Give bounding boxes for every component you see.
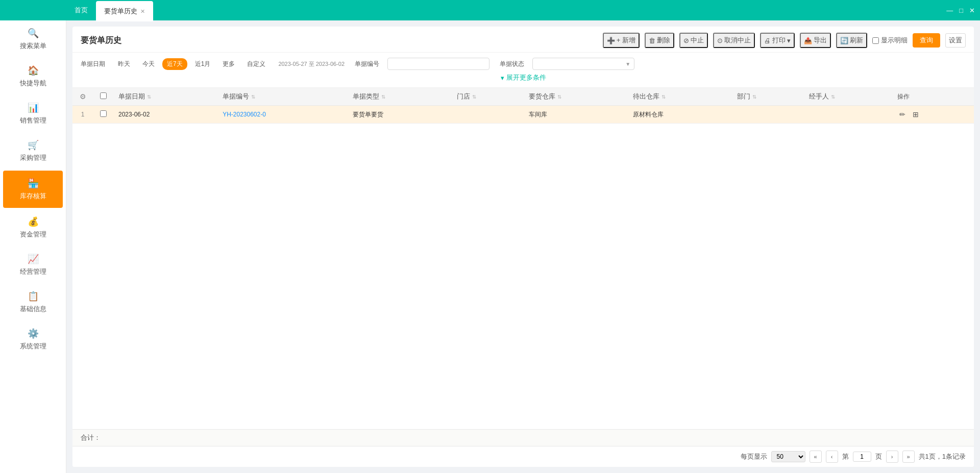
sidebar-item-nav-label: 快捷导航 (20, 79, 46, 88)
status-select-wrapper (532, 58, 634, 70)
td-action: ✏ ⊞ (892, 106, 974, 124)
date-range-text: 2023-05-27 至 2023-06-02 (278, 60, 345, 68)
close-btn[interactable]: ✕ (969, 7, 975, 14)
settings-button[interactable]: 设置 (945, 33, 966, 48)
main-layout: 🔍 搜索菜单 🏠 快捷导航 📊 销售管理 🛒 采购管理 🏪 库存核算 💰 资金管… (0, 20, 980, 473)
sidebar-item-inventory[interactable]: 🏪 库存核算 (3, 171, 63, 208)
date-filter-section: 单据日期 昨天 今天 近7天 近1月 更多 自定义 2023-05-27 至 2… (81, 58, 345, 70)
row-checkbox[interactable] (100, 110, 107, 117)
td-pendingwarehouse: 原材料仓库 (628, 106, 732, 124)
status-select[interactable] (532, 58, 634, 70)
sidebar-item-basicinfo[interactable]: 📋 基础信息 (0, 283, 66, 321)
sidebar-item-system[interactable]: ⚙️ 系统管理 (0, 321, 66, 358)
status-filter-section: 单据状态 (500, 58, 634, 70)
table-settings-icon[interactable]: ⚙ (80, 92, 86, 101)
tab-yaohuodan[interactable]: 要货单历史 ✕ (96, 1, 153, 21)
show-detail-checkbox[interactable] (872, 37, 879, 44)
sidebar-item-nav[interactable]: 🏠 快捷导航 (0, 58, 66, 95)
sidebar-item-sales[interactable]: 📊 销售管理 (0, 95, 66, 132)
sort-doctype-icon[interactable]: ⇅ (381, 94, 385, 100)
page-text: 第 (842, 452, 849, 461)
date-btn-yesterday[interactable]: 昨天 (113, 58, 135, 70)
action-buttons: ✏ ⊞ (897, 109, 969, 120)
sidebar-item-search-label: 搜索菜单 (20, 41, 46, 51)
td-doctype: 要货单要货 (348, 106, 452, 124)
sort-reqwarehouse-icon[interactable]: ⇅ (557, 94, 561, 100)
table-footer: 合计： (72, 429, 974, 446)
tab-home[interactable]: 首页 (66, 0, 96, 20)
refresh-button[interactable]: 🔄 刷新 (836, 33, 867, 48)
th-settings: ⚙ (72, 88, 93, 106)
date-btn-today[interactable]: 今天 (138, 58, 159, 70)
th-reqwarehouse: 要货仓库⇅ (524, 88, 628, 106)
sort-store-icon[interactable]: ⇅ (472, 94, 476, 100)
sidebar-item-finance[interactable]: 💰 资金管理 (0, 209, 66, 246)
sidebar-item-purchase-label: 采购管理 (20, 153, 46, 162)
td-dept (732, 106, 804, 124)
sort-pendingwarehouse-icon[interactable]: ⇅ (662, 94, 666, 100)
edit-icon[interactable]: ✏ (897, 109, 908, 120)
td-handler (804, 106, 892, 124)
page-unit: 页 (875, 452, 882, 461)
table-header-row: ⚙ 单据日期⇅ 单据编号⇅ 单 (72, 88, 974, 106)
first-page-btn[interactable]: « (810, 451, 822, 463)
sidebar-item-purchase[interactable]: 🛒 采购管理 (0, 132, 66, 170)
table-row: 1 2023-06-02 YH-20230602-0 要货单要货 车间库 原材料… (72, 106, 974, 124)
expand-more-row: ▾ 展开更多条件 (81, 73, 966, 82)
top-bar: 首页 要货单历史 ✕ — □ ✕ (0, 0, 980, 20)
next-page-btn[interactable]: › (886, 451, 898, 463)
basicinfo-icon: 📋 (28, 291, 39, 302)
stop-icon: ⊘ (683, 37, 689, 44)
page-title: 要货单历史 (81, 35, 121, 46)
filter-dates: 昨天 今天 近7天 近1月 更多 自定义 (113, 58, 270, 70)
td-store (452, 106, 524, 124)
minimize-btn[interactable]: — (946, 7, 953, 14)
date-btn-custom[interactable]: 自定义 (242, 58, 270, 70)
date-btn-1month[interactable]: 近1月 (190, 58, 215, 70)
filter-area: 单据日期 昨天 今天 近7天 近1月 更多 自定义 2023-05-27 至 2… (72, 53, 974, 88)
th-action: 操作 (892, 88, 974, 106)
export-button[interactable]: 📤 导出 (800, 33, 831, 48)
date-btn-7days[interactable]: 近7天 (162, 58, 187, 70)
sidebar-item-operations-label: 经营管理 (20, 267, 46, 276)
more-icon[interactable]: ⊞ (911, 109, 921, 120)
delete-button[interactable]: 🗑 删除 (645, 33, 674, 48)
stop-button[interactable]: ⊘ 中止 (679, 33, 708, 48)
new-button[interactable]: ➕ + 新增 (603, 33, 640, 48)
pagesize-select[interactable]: 50 100 200 (771, 451, 805, 462)
sidebar-item-operations[interactable]: 📈 经营管理 (0, 246, 66, 283)
sort-docdate-icon[interactable]: ⇅ (147, 94, 151, 100)
print-button[interactable]: 🖨 打印 ▾ (760, 33, 795, 48)
th-docdate: 单据日期⇅ (113, 88, 217, 106)
cancel-stop-icon: ⊙ (717, 37, 723, 44)
total-info: 共1页，1条记录 (919, 452, 966, 461)
cancel-stop-button[interactable]: ⊙ 取消中止 (713, 33, 755, 48)
th-doctype: 单据类型⇅ (348, 88, 452, 106)
td-docno[interactable]: YH-20230602-0 (217, 106, 348, 124)
maximize-btn[interactable]: □ (959, 7, 963, 14)
select-all-checkbox[interactable] (100, 92, 107, 99)
pagination-bar: 每页显示 50 100 200 « ‹ 第 页 › » 共1页，1条记录 (72, 446, 974, 467)
prev-page-btn[interactable]: ‹ (826, 451, 838, 463)
table-wrapper: ⚙ 单据日期⇅ 单据编号⇅ 单 (72, 88, 974, 429)
purchase-icon: 🛒 (28, 139, 39, 151)
close-tab-icon[interactable]: ✕ (140, 8, 145, 15)
query-button[interactable]: 查询 (913, 33, 940, 48)
last-page-btn[interactable]: » (902, 451, 915, 463)
th-store: 门店⇅ (452, 88, 524, 106)
sidebar-item-search[interactable]: 🔍 搜索菜单 (0, 20, 66, 58)
filter-row-1: 单据日期 昨天 今天 近7天 近1月 更多 自定义 2023-05-27 至 2… (81, 58, 966, 70)
page-input[interactable] (853, 452, 871, 462)
expand-more-btn[interactable]: ▾ 展开更多条件 (501, 73, 546, 82)
show-detail-label[interactable]: 显示明细 (872, 36, 908, 45)
sort-docno-icon[interactable]: ⇅ (251, 94, 255, 100)
date-btn-more[interactable]: 更多 (218, 58, 239, 70)
docno-input[interactable] (387, 58, 489, 70)
sort-dept-icon[interactable]: ⇅ (752, 94, 756, 100)
home-icon: 🏠 (28, 65, 39, 76)
refresh-icon: 🔄 (840, 37, 848, 44)
print-dropdown-icon: ▾ (787, 37, 791, 44)
inventory-icon: 🏪 (28, 178, 39, 189)
status-label: 单据状态 (500, 60, 524, 68)
sort-handler-icon[interactable]: ⇅ (831, 94, 835, 100)
